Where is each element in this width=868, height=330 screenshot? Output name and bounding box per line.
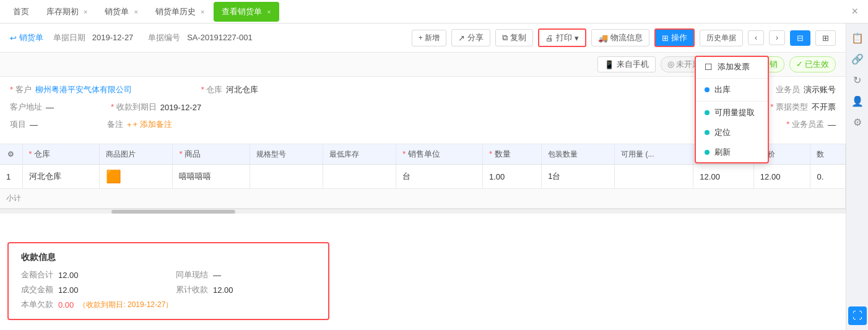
sales-field: 业务员孟 —: [786, 119, 836, 130]
payment-date-field: 收款到期日 2019-12-27: [111, 102, 201, 113]
print-dropdown-arrow: ▾: [575, 33, 579, 43]
operation-button[interactable]: ⊞ 操作: [654, 28, 695, 47]
grid-view-button[interactable]: ⊟: [790, 30, 810, 46]
dropdown-outbound[interactable]: 出库: [696, 80, 768, 100]
project-label: 项目: [10, 119, 26, 130]
copy-button[interactable]: ⧉ 复制: [495, 29, 533, 46]
dot-cyan-icon-3: [705, 150, 710, 155]
payment-date-value: 2019-12-27: [160, 103, 202, 112]
warehouse-value: 河北仓库: [226, 84, 258, 95]
from-phone-button[interactable]: 📱 来自手机: [597, 56, 656, 72]
checkbox-icon: ☐: [705, 62, 713, 72]
tab-sales-order-label: 销货单: [105, 6, 129, 17]
note-label: 备注: [107, 119, 123, 130]
owed-row: 本单欠款 0.00 （收款到期日: 2019-12-27）: [21, 299, 316, 310]
tab-sales-order-close[interactable]: ×: [134, 8, 137, 15]
doc-type-badge: ↩ 销货单: [10, 32, 43, 43]
cumulative-value: 12.00: [213, 285, 233, 295]
tab-view-sales-close[interactable]: ×: [267, 8, 271, 15]
effected-icon: ✓: [796, 59, 803, 69]
dropdown-locate[interactable]: 定位: [696, 123, 768, 142]
subtotal-label: 小计: [0, 189, 846, 209]
dropdown-divider-2: [696, 101, 768, 102]
history-button[interactable]: 历史单据: [700, 30, 743, 46]
operation-dropdown: ☐ 添加发票 出库 可用量提取 定位 刷新: [695, 56, 769, 163]
next-button[interactable]: ›: [769, 30, 785, 45]
owed-label: 本单欠款: [21, 299, 53, 310]
owed-value: 0.00: [58, 300, 74, 310]
th-spec: 规格型号: [250, 144, 323, 165]
share-button[interactable]: ↗ 分享: [451, 29, 490, 46]
tab-inventory-init[interactable]: 库存期初 ×: [38, 2, 95, 22]
dot-blue-icon: [705, 87, 710, 92]
doc-type-icon: ↩: [10, 33, 17, 43]
address-value: —: [46, 103, 54, 112]
print-button[interactable]: 🖨 打印 ▾: [538, 28, 586, 47]
project-field: 项目 —: [10, 119, 38, 130]
th-gear[interactable]: ⚙: [0, 144, 22, 165]
tab-inventory-init-label: 库存期初: [46, 6, 79, 17]
toolbar: + 新增 ↗ 分享 ⧉ 复制 🖨 打印 ▾ 🚚 物流信息: [412, 28, 836, 47]
sidebar-icon-rotate[interactable]: ↻: [848, 71, 867, 89]
sidebar-icon-user[interactable]: 👤: [848, 92, 867, 110]
employee-value: 演示账号: [804, 84, 836, 95]
customer-field: 客户 柳州粤港平安气体有限公司: [10, 84, 132, 95]
sidebar-icon-expand[interactable]: ⛶: [848, 306, 867, 325]
add-note-icon: +: [127, 120, 132, 129]
payment-section: 收款信息 金额合计 12.00 同单现结 — 成交金额 12.00: [7, 242, 329, 320]
employee-label: 业务员: [776, 84, 800, 95]
tab-view-sales[interactable]: 查看销货单 ×: [214, 2, 279, 22]
dropdown-available-qty[interactable]: 可用量提取: [696, 103, 768, 123]
tab-sales-history[interactable]: 销货单历史 ×: [147, 2, 212, 22]
th-warehouse: 仓库: [22, 144, 100, 165]
dropdown-refresh[interactable]: 刷新: [696, 142, 768, 162]
cell-current: 12.00: [693, 165, 754, 189]
th-available: 可用量 (...: [615, 144, 693, 165]
tab-inventory-init-close[interactable]: ×: [84, 8, 87, 15]
doc-date-label: 单据日期 2019-12-27: [53, 32, 133, 43]
dropdown-add-invoice[interactable]: ☐ 添加发票: [696, 57, 768, 77]
list-icon: ⊞: [822, 33, 829, 43]
sidebar-icon-settings[interactable]: ⚙: [848, 113, 867, 131]
new-button[interactable]: + 新增: [412, 30, 446, 46]
cell-min-stock: [323, 165, 396, 189]
doc-meta: 单据日期 2019-12-27 单据编号 SA-20191227-001: [53, 32, 253, 43]
logistics-icon: 🚚: [598, 33, 608, 43]
tab-home-label: 首页: [13, 6, 29, 17]
same-order-value: —: [213, 271, 221, 280]
cell-image: 🟧: [100, 165, 173, 189]
th-unit: 销售单位: [396, 144, 483, 165]
address-field: 客户地址 —: [10, 102, 54, 113]
th-qty: 数量: [482, 144, 541, 165]
prev-button[interactable]: ‹: [748, 30, 764, 45]
add-note-button[interactable]: + + 添加备注: [127, 119, 172, 130]
effected-badge[interactable]: ✓ 已生效: [789, 56, 836, 72]
th-product: 商品: [173, 144, 250, 165]
total-value: 12.00: [58, 271, 79, 280]
global-close-button[interactable]: ×: [846, 2, 863, 20]
list-view-button[interactable]: ⊞: [815, 30, 836, 46]
tab-view-sales-label: 查看销货单: [222, 6, 262, 17]
tab-bar: 首页 库存期初 × 销货单 × 销货单历史 × 查看销货单 × ×: [0, 0, 868, 24]
cell-index: 1: [0, 165, 22, 189]
sidebar-icon-copy[interactable]: 📋: [848, 28, 867, 47]
cumulative-row: 累计收款 12.00: [176, 284, 316, 295]
tab-home[interactable]: 首页: [5, 2, 37, 22]
customer-value[interactable]: 柳州粤港平安气体有限公司: [35, 84, 132, 95]
cell-product: 嘻嘻嘻嘻: [173, 165, 250, 189]
cell-amount: 0.: [810, 165, 846, 189]
sidebar-icon-link[interactable]: 🔗: [848, 50, 867, 68]
cell-qty: 1.00: [482, 165, 541, 189]
note-field: 备注 + + 添加备注: [107, 119, 172, 130]
tab-sales-history-close[interactable]: ×: [201, 8, 204, 15]
tab-sales-order[interactable]: 销货单 ×: [97, 2, 145, 22]
copy-icon: ⧉: [502, 33, 508, 43]
doc-type-label: 销货单: [19, 32, 43, 43]
cell-warehouse: 河北仓库: [22, 165, 100, 189]
subtotal-row: 小计: [0, 189, 846, 209]
dot-cyan-icon-1: [705, 110, 710, 115]
logistics-button[interactable]: 🚚 物流信息: [591, 29, 649, 46]
payment-date-label: 收款到期日: [111, 102, 157, 113]
deal-amount-row: 成交金额 12.00: [21, 284, 161, 295]
operation-icon: ⊞: [662, 33, 669, 43]
